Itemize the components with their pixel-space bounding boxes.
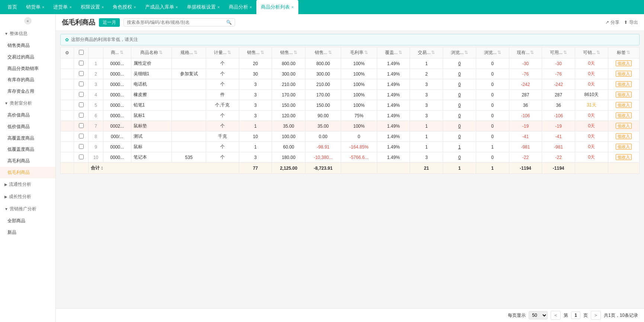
nav-sales[interactable]: 销货单× (22, 0, 49, 14)
cell-checkbox[interactable] (74, 121, 89, 131)
cell-checkbox[interactable] (74, 152, 89, 163)
nav-close-permissions[interactable]: × (102, 5, 104, 9)
nav-roles[interactable]: 角色授权× (108, 0, 140, 14)
sidebar-item-low-value[interactable]: 低价值商品 (0, 121, 55, 133)
cell-name: 橡皮擦 (131, 90, 172, 100)
cell-checkbox[interactable] (74, 111, 89, 121)
cell-browse1[interactable]: 0 (443, 79, 476, 90)
nav-close-roles[interactable]: × (134, 5, 136, 9)
next-page-button[interactable]: ＞ (591, 311, 601, 320)
sidebar-group-circulation[interactable]: ▶ 流通性分析 (0, 178, 55, 191)
cell-checkbox[interactable] (74, 100, 89, 111)
nav-close-purchase[interactable]: × (69, 5, 71, 9)
nav-permissions[interactable]: 权限设置× (76, 0, 108, 14)
cell-checkbox[interactable] (74, 90, 89, 100)
col-sellable[interactable]: 可销...⇅ (575, 47, 608, 58)
col-browse2[interactable]: 浏览...⇅ (476, 47, 509, 58)
search-input[interactable] (127, 20, 226, 25)
col-browse1[interactable]: 浏览...⇅ (443, 47, 476, 58)
search-icon[interactable]: 🔍 (226, 20, 232, 25)
nav-product-entry[interactable]: 产成品入库单× (141, 0, 182, 14)
cell-browse1[interactable]: 0 (443, 69, 476, 79)
search-box[interactable]: 🔍 (124, 18, 235, 26)
cell-sales-qty: 3 (239, 90, 272, 100)
cell-browse1[interactable]: 0 (443, 152, 476, 163)
sidebar-group-matrix[interactable]: ▼ 类射室分析 (0, 97, 55, 109)
nav-home[interactable]: 首页 (3, 0, 22, 14)
sidebar-item-high-value[interactable]: 高价值商品 (0, 109, 55, 121)
time-filter-button[interactable]: 近一月 (99, 18, 120, 27)
col-name[interactable]: 商品名称⇅ (131, 47, 172, 58)
sidebar-item-low-margin[interactable]: 低毛利商品 (0, 167, 55, 178)
cell-code: 0000... (103, 152, 131, 163)
sidebar-group-overview[interactable]: ▼ 整体信息 (0, 28, 55, 40)
cell-browse1[interactable]: 0 (443, 111, 476, 121)
nav-close-analysis-list[interactable]: × (291, 5, 294, 9)
cell-trade-count: 3 (410, 90, 443, 100)
cell-checkbox[interactable] (74, 131, 89, 142)
col-tag[interactable]: 标签⇅ (608, 47, 639, 58)
sidebar-item-new-products[interactable]: 新品 (0, 227, 55, 238)
nav-close-sales[interactable]: × (42, 5, 44, 9)
nav-template-settings[interactable]: 单据模板设置× (182, 0, 224, 14)
col-trade-count[interactable]: 交易...⇅ (410, 47, 443, 58)
row-checkbox[interactable] (79, 154, 84, 159)
col-cover-rate[interactable]: 覆盖...⇅ (377, 47, 410, 58)
nav-close-template[interactable]: × (217, 5, 220, 9)
col-code[interactable]: 商...⇅ (103, 47, 131, 58)
row-checkbox[interactable] (79, 61, 84, 66)
export-button[interactable]: ⬆ 导出 (624, 19, 638, 26)
row-checkbox[interactable] (79, 113, 84, 118)
select-all-checkbox[interactable] (79, 50, 84, 55)
col-settings[interactable]: ⚙ (61, 47, 74, 58)
cell-browse1[interactable]: 1 (443, 142, 476, 152)
cell-trade-count: 3 (410, 152, 443, 163)
cell-checkbox[interactable] (74, 142, 89, 152)
sidebar-item-category-sales-rate[interactable]: 商品分类助销率 (0, 63, 55, 74)
nav-purchase[interactable]: 进货单× (49, 0, 76, 14)
sidebar-item-all-products[interactable]: 全部商品 (0, 215, 55, 227)
per-page-select[interactable]: 50 100 200 (529, 311, 548, 319)
row-checkbox[interactable] (79, 82, 84, 86)
row-checkbox[interactable] (79, 134, 84, 138)
col-available[interactable]: 可用...⇅ (542, 47, 575, 58)
sidebar-item-traded-products[interactable]: 交易过的商品 (0, 51, 55, 63)
sidebar-group-growth[interactable]: ▶ 成长性分析 (0, 191, 55, 203)
row-checkbox[interactable] (79, 123, 84, 128)
col-spec[interactable]: 规格...⇅ (172, 47, 206, 58)
cell-browse1[interactable]: 0 (443, 121, 476, 131)
cell-checkbox[interactable] (74, 79, 89, 90)
share-button[interactable]: ↗ 分享 (605, 19, 619, 26)
sidebar-collapse-btn[interactable]: « (24, 17, 32, 25)
col-sales-qty[interactable]: 销售...⇅ (239, 47, 272, 58)
row-checkbox[interactable] (79, 144, 84, 149)
col-current-stock[interactable]: 现有...⇅ (509, 47, 542, 58)
sidebar-item-capital-occupation[interactable]: 库存资金占用 (0, 86, 55, 97)
col-unit[interactable]: 计量...⇅ (206, 47, 239, 58)
sidebar-item-low-coverage[interactable]: 低覆盖度商品 (0, 144, 55, 155)
sidebar-item-in-stock[interactable]: 有库存的商品 (0, 74, 55, 86)
col-sales-price[interactable]: 销售...⇅ (272, 47, 305, 58)
sidebar-item-high-margin[interactable]: 高毛利商品 (0, 155, 55, 167)
col-checkbox-all[interactable] (74, 47, 89, 58)
cell-tag: 低收入 (608, 142, 639, 152)
row-checkbox[interactable] (79, 71, 84, 76)
sidebar-item-high-coverage[interactable]: 高覆盖度商品 (0, 133, 55, 144)
prev-page-button[interactable]: ＜ (551, 311, 561, 320)
cell-browse1[interactable]: 0 (443, 131, 476, 142)
cell-browse1[interactable]: 0 (443, 100, 476, 111)
nav-close-product-entry[interactable]: × (176, 5, 178, 9)
cell-browse1[interactable]: 0 (443, 58, 476, 69)
col-gross-rate[interactable]: 毛利率⇅ (341, 47, 377, 58)
nav-product-analysis-list[interactable]: 商品分析列表× (256, 0, 298, 14)
row-checkbox[interactable] (79, 102, 84, 107)
cell-checkbox[interactable] (74, 58, 89, 69)
nav-product-analysis[interactable]: 商品分析× (224, 0, 256, 14)
cell-browse1[interactable]: 0 (443, 90, 476, 100)
cell-checkbox[interactable] (74, 69, 89, 79)
sidebar-item-sales-products[interactable]: 销售类商品 (0, 40, 55, 51)
sidebar-group-marketing[interactable]: ▼ 营销推广分析 (0, 203, 55, 215)
col-sales-amount[interactable]: 销售...⇅ (305, 47, 341, 58)
nav-close-analysis[interactable]: × (250, 5, 252, 9)
row-checkbox[interactable] (79, 92, 84, 97)
